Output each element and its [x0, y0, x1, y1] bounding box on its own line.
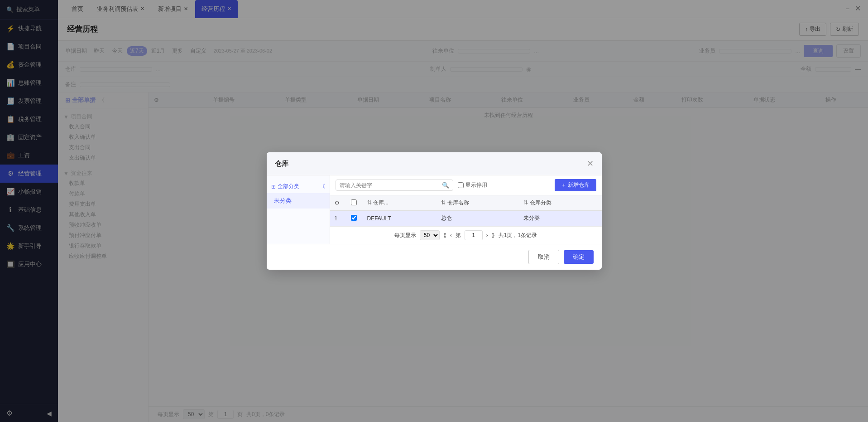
modal-header: 仓库 ✕	[267, 152, 602, 175]
all-categories-label: 全部分类	[278, 183, 299, 190]
modal-per-page-select[interactable]: 50	[420, 230, 440, 240]
modal-total-info: 共1页，1条记录	[499, 232, 537, 239]
row-code: DEFAULT	[363, 211, 437, 226]
row-checkbox[interactable]	[346, 211, 363, 226]
show-disabled-checkbox[interactable]	[458, 182, 464, 188]
modal-table-row[interactable]: 1 DEFAULT 总仓 未分类	[330, 211, 602, 226]
modal-search-icon: 🔍	[442, 182, 449, 189]
modal-uncategorized-item[interactable]: 未分类	[267, 193, 330, 209]
modal-title: 仓库	[275, 160, 288, 168]
row-name: 总仓	[436, 211, 519, 226]
modal-page-label: 第	[456, 232, 461, 239]
modal-overlay: 仓库 ✕ ⊞ 全部分类 《 未分类	[0, 0, 868, 422]
modal-toggle-icon[interactable]: 《	[320, 183, 325, 190]
modal-last-btn[interactable]: ⟫	[492, 232, 495, 238]
row-num: 1	[330, 211, 346, 226]
show-disabled-label[interactable]: 显示停用	[458, 181, 487, 189]
modal-th-checkbox	[346, 195, 363, 211]
warehouse-modal: 仓库 ✕ ⊞ 全部分类 《 未分类	[267, 152, 602, 270]
modal-main: 🔍 显示停用 ＋ 新增仓库 ⚙	[330, 175, 602, 244]
modal-close-btn[interactable]: ✕	[587, 159, 594, 169]
modal-search-input[interactable]	[340, 182, 440, 189]
modal-page-input[interactable]	[465, 230, 483, 240]
modal-th-settings: ⚙	[330, 195, 346, 211]
modal-sidebar: ⊞ 全部分类 《 未分类	[267, 175, 330, 244]
modal-first-btn[interactable]: ⟪	[443, 232, 446, 238]
sort-icon-cat: ⇅	[523, 199, 528, 206]
cancel-button[interactable]: 取消	[528, 250, 559, 264]
row-category: 未分类	[519, 211, 601, 226]
modal-prev-btn[interactable]: ‹	[450, 232, 452, 238]
add-warehouse-btn[interactable]: ＋ 新增仓库	[555, 179, 596, 191]
modal-th-code: ⇅ 仓库...	[363, 195, 437, 211]
uncategorized-label: 未分类	[274, 197, 292, 205]
modal-table: ⚙ ⇅ 仓库... ⇅	[330, 195, 602, 226]
modal-search-box[interactable]: 🔍	[336, 179, 453, 191]
modal-table-header: ⚙ ⇅ 仓库... ⇅	[330, 195, 602, 211]
modal-table-area: ⚙ ⇅ 仓库... ⇅	[330, 195, 602, 226]
sort-icon-name: ⇅	[441, 199, 446, 206]
modal-toolbar: 🔍 显示停用 ＋ 新增仓库	[330, 175, 602, 195]
sort-icon: ⇅	[367, 199, 372, 206]
modal-select-all[interactable]	[351, 199, 357, 205]
settings-icon[interactable]: ⚙	[335, 200, 340, 206]
grid-small-icon: ⊞	[271, 184, 276, 190]
modal-per-page-label: 每页显示	[394, 232, 416, 239]
confirm-button[interactable]: 确定	[564, 250, 594, 264]
modal-pagination: 每页显示 50 ⟪ ‹ 第 › ⟫ 共1页，1条记录	[330, 226, 602, 244]
modal-th-category: ⇅ 仓库分类	[519, 195, 601, 211]
modal-actions: 取消 确定	[267, 244, 602, 270]
modal-sidebar-toggle[interactable]: ⊞ 全部分类 《	[267, 180, 330, 193]
modal-table-body: 1 DEFAULT 总仓 未分类	[330, 211, 602, 226]
modal-next-btn[interactable]: ›	[486, 232, 488, 238]
modal-th-name: ⇅ 仓库名称	[436, 195, 519, 211]
modal-body: ⊞ 全部分类 《 未分类 🔍	[267, 175, 602, 244]
